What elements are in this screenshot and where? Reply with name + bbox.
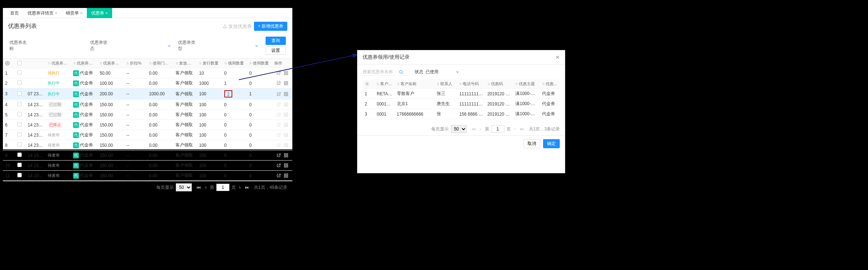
open-icon[interactable] [276, 81, 281, 86]
table-row[interactable]: 11 14 23:59 待发布 代代金券 150.00 -- 0.00 客户领取… [3, 171, 292, 181]
tab-优惠券详情页[interactable]: 优惠券详情页× [23, 8, 62, 18]
qr-icon[interactable] [283, 173, 288, 178]
col-use[interactable]: ⇅使用数量 [247, 59, 272, 68]
search-icon[interactable] [399, 70, 403, 74]
col-phone[interactable]: ⇅电话号码 [457, 79, 485, 89]
table-row[interactable]: 3 07 23:59 执行中 代代金券 200.00 -- 1000.00 客户… [3, 88, 292, 100]
modal-search-input[interactable] [363, 68, 399, 75]
open-icon[interactable] [276, 133, 281, 138]
table-row[interactable]: 1 RETAIL... 零散客户 张三 11111111111 2019120 … [363, 89, 560, 99]
table-row[interactable]: 1 待执行 代代金券 50.00 -- 0.00 客户领取 10 0 0 [3, 68, 292, 78]
svg-rect-24 [286, 125, 288, 127]
modal-state-select[interactable]: 状态 已使用 [415, 69, 460, 75]
svg-rect-39 [284, 166, 285, 167]
col-issue[interactable]: ⇅发行数量 [197, 59, 222, 68]
coupon-table: ⇅优惠券状态 ⇅优惠券类型 ⇅优惠券面值 ⇅折扣% ⇅使用门槛... ⇅发放方式… [3, 59, 292, 181]
col-code[interactable]: ⇅优惠码 [485, 79, 513, 89]
col-claim[interactable]: ⇅领用数量 [222, 59, 247, 68]
open-icon[interactable] [276, 153, 281, 158]
col-face[interactable]: ⇅优惠券面值 [97, 59, 124, 68]
open-icon[interactable] [276, 102, 281, 107]
query-button[interactable]: 查询 [266, 37, 286, 45]
modal-page-next[interactable]: › [513, 126, 517, 132]
tab-首页[interactable]: 首页 [6, 8, 23, 18]
tab-销货单[interactable]: 销货单× [62, 8, 87, 18]
col-subject[interactable]: ⇅优惠主题 [513, 79, 539, 89]
table-row[interactable]: 6 14 23:59 已终止 代代金券 150.00 -- 0.00 客户领取 … [3, 120, 292, 130]
qr-icon[interactable] [283, 102, 288, 107]
open-icon[interactable] [276, 173, 281, 178]
modal-page-last[interactable]: ⏭ [519, 126, 525, 132]
open-icon[interactable] [276, 71, 281, 76]
table-row[interactable]: 3 0001 17666666666 张 156 6666 6... 20191… [363, 109, 560, 119]
col-ctype[interactable]: ⇅优惠券类 [540, 79, 560, 89]
distribute-coupon-button[interactable]: 发放优惠券 [223, 23, 252, 30]
filter-state[interactable]: 优惠券状态 [90, 40, 171, 52]
qr-icon[interactable] [283, 143, 288, 148]
table-row[interactable]: 4 14 23:59 已过期 代代金券 150.00 -- 0.00 客户领取 … [3, 100, 292, 110]
modal-per-page-select[interactable]: 50 [451, 125, 467, 133]
qr-icon[interactable] [283, 71, 288, 76]
modal-page-prev[interactable]: ‹ [479, 126, 483, 132]
col-type[interactable]: ⇅优惠券类型 [71, 59, 98, 68]
tab-close-icon[interactable]: × [80, 11, 82, 15]
svg-rect-41 [284, 174, 285, 175]
svg-rect-11 [284, 94, 285, 96]
filter-type[interactable]: 优惠券类型 [178, 40, 259, 52]
page-input[interactable] [216, 184, 229, 191]
svg-rect-16 [286, 105, 288, 107]
filter-name-input[interactable] [33, 42, 84, 50]
col-gear[interactable] [363, 79, 374, 89]
col-custname[interactable]: ⇅客户名称 [395, 79, 435, 89]
confirm-button[interactable]: 确定 [543, 139, 560, 148]
col-discount[interactable]: ⇅折扣% [124, 59, 147, 68]
qr-icon[interactable] [283, 163, 288, 168]
col-custno[interactable]: ⇅客户... [374, 79, 394, 89]
settings-button[interactable]: 设置 [266, 46, 286, 55]
svg-rect-43 [284, 176, 285, 178]
svg-rect-29 [284, 144, 285, 145]
tab-优惠券[interactable]: 优惠券× [87, 8, 112, 18]
cancel-button[interactable]: 取消 [524, 139, 540, 148]
table-row[interactable]: 2 00010001 北京1 唐先生 11111111111 2019120 7… [363, 99, 560, 109]
open-icon[interactable] [276, 163, 281, 168]
col-contact[interactable]: ⇅联系人 [435, 79, 457, 89]
table-row[interactable]: 9 14 23:59 待发布 代代金券 150.00 -- 0.00 客户领取 … [3, 150, 292, 161]
table-row[interactable]: 8 14 23:59 待发布 代代金券 150.00 -- 0.00 客户领取 … [3, 140, 292, 150]
table-row[interactable]: 10 14 23:59 待发布 代代金券 150.00 -- 0.00 客户领取… [3, 161, 292, 171]
qr-icon[interactable] [283, 122, 288, 128]
open-icon[interactable] [276, 91, 281, 96]
qr-icon[interactable] [283, 133, 288, 138]
per-page-select[interactable]: 50 [176, 183, 192, 191]
svg-rect-15 [284, 105, 285, 107]
col-threshold[interactable]: ⇅使用门槛... [147, 59, 174, 68]
qr-icon[interactable] [283, 153, 288, 158]
page-next[interactable]: › [238, 185, 242, 190]
add-coupon-button[interactable]: + 新增优惠券 [254, 22, 287, 31]
filter-row: 优惠券名称 优惠券状态 优惠券类型 查询 设置 [3, 34, 292, 58]
modal-page-first[interactable]: ⏮ [470, 126, 477, 132]
page-prev[interactable]: ‹ [204, 185, 208, 190]
tab-close-icon[interactable]: × [106, 11, 108, 15]
open-icon[interactable] [276, 112, 281, 117]
col-distmethod[interactable]: ⇅发放方式 [173, 59, 197, 68]
col-gear[interactable] [3, 59, 15, 68]
open-icon[interactable] [276, 122, 281, 128]
table-row[interactable]: 2 执行中 代代金券 100.00 -- 0.00 客户领取 1000 1 0 [3, 78, 292, 88]
svg-rect-12 [286, 94, 288, 96]
col-status[interactable]: ⇅优惠券状态 [46, 59, 71, 68]
table-row[interactable]: 5 14 23:59 已过期 代代金券 150.00 -- 0.00 客户领取 … [3, 110, 292, 120]
open-icon[interactable] [276, 143, 281, 148]
chevron-down-icon [455, 70, 460, 74]
modal-page-input[interactable] [491, 125, 504, 133]
tab-close-icon[interactable]: × [55, 11, 57, 15]
table-row[interactable]: 7 14 23:59 待发布 代代金券 150.00 -- 0.00 客户领取 … [3, 130, 292, 140]
qr-icon[interactable] [283, 91, 288, 96]
qr-icon[interactable] [283, 81, 288, 86]
modal-close-button[interactable]: ✕ [555, 54, 560, 60]
qr-icon[interactable] [283, 112, 288, 117]
modal-pagination: 每页显示 50 ⏮ ‹ 第 页 › ⏭ 共1页，3条记录 [357, 123, 565, 135]
page-last[interactable]: ⏭ [244, 185, 250, 190]
col-checkbox[interactable] [15, 59, 26, 68]
page-first[interactable]: ⏮ [195, 185, 202, 190]
